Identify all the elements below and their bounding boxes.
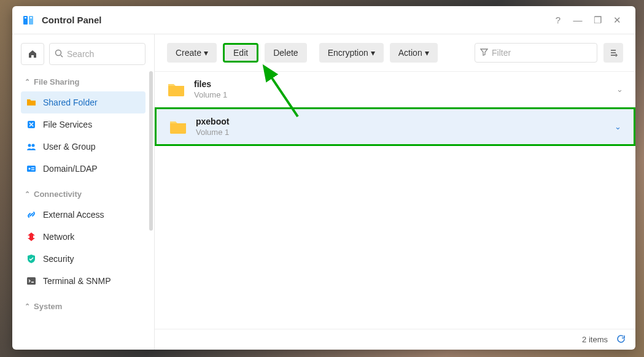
folder-icon	[169, 119, 187, 135]
sidebar-item-shared-folder[interactable]: Shared Folder	[21, 91, 145, 113]
svg-rect-11	[31, 167, 34, 168]
folder-volume: Volume 1	[194, 90, 608, 99]
chevron-down-icon[interactable]: ⌄	[616, 85, 623, 94]
sort-icon	[609, 48, 618, 57]
statusbar: 2 items	[155, 329, 635, 350]
delete-button[interactable]: Delete	[265, 43, 306, 63]
nav-section-header[interactable]: ⌃System	[21, 297, 145, 316]
svg-point-4	[56, 50, 61, 55]
svg-point-8	[32, 144, 35, 147]
sidebar-item-file-services[interactable]: File Services	[21, 113, 145, 136]
svg-point-10	[29, 168, 31, 170]
svg-rect-9	[27, 166, 36, 172]
svg-point-7	[28, 144, 31, 147]
sidebar-item-terminal-snmp[interactable]: Terminal & SNMP	[21, 270, 145, 292]
folder-icon	[26, 97, 37, 108]
sidebar-item-network[interactable]: Network	[21, 226, 145, 248]
folder-volume: Volume 1	[196, 128, 606, 137]
nav-section-label: System	[34, 302, 62, 311]
sidebar-item-label: File Services	[43, 120, 92, 129]
nav-section-header[interactable]: ⌃Connectivity	[21, 185, 145, 204]
toolbar: Create ▾ Edit Delete Encryption ▾ Action…	[155, 34, 635, 71]
sidebar-item-label: External Access	[43, 210, 104, 220]
file-services-icon	[26, 119, 37, 130]
sidebar-item-external-access[interactable]: External Access	[21, 204, 145, 226]
terminal-icon	[26, 275, 37, 286]
control-panel-window: Control Panel ? — ❐ ✕ ⌃File SharingShare…	[12, 6, 635, 350]
titlebar: Control Panel ? — ❐ ✕	[12, 6, 635, 34]
nav-section-label: File Sharing	[34, 77, 79, 86]
sidebar-item-label: Security	[43, 254, 74, 264]
filter-icon	[480, 48, 488, 58]
sidebar-item-label: Network	[43, 232, 74, 242]
help-button[interactable]: ?	[549, 12, 567, 29]
sidebar-item-label: Domain/LDAP	[43, 164, 98, 174]
sidebar-item-domain-ldap[interactable]: Domain/LDAP	[21, 158, 145, 180]
item-count: 2 items	[582, 335, 608, 344]
close-button[interactable]: ✕	[608, 12, 626, 29]
caret-down-icon: ▾	[425, 48, 429, 58]
folder-name: pxeboot	[196, 117, 606, 126]
home-icon	[28, 49, 37, 59]
chevron-up-icon: ⌃	[25, 302, 30, 310]
filter-input[interactable]	[492, 48, 592, 58]
sidebar-item-label: Terminal & SNMP	[43, 276, 111, 286]
home-button[interactable]	[21, 43, 44, 65]
folder-name: files	[194, 79, 608, 89]
shield-icon	[26, 253, 37, 264]
filter-field[interactable]	[475, 43, 597, 63]
create-button[interactable]: Create ▾	[167, 43, 217, 63]
app-icon	[22, 13, 36, 27]
link-icon	[26, 209, 37, 220]
search-icon	[55, 49, 63, 60]
encryption-button[interactable]: Encryption ▾	[319, 43, 384, 63]
folder-row[interactable]: pxeboot Volume 1 ⌄	[155, 107, 635, 146]
folder-row[interactable]: files Volume 1 ⌄	[155, 72, 635, 107]
sidebar: ⌃File SharingShared FolderFile ServicesU…	[12, 34, 155, 350]
svg-rect-13	[27, 277, 36, 285]
svg-rect-3	[30, 17, 32, 18]
caret-down-icon: ▾	[371, 48, 375, 58]
sidebar-search[interactable]	[49, 43, 145, 65]
nav-section-header[interactable]: ⌃File Sharing	[21, 72, 145, 91]
edit-button[interactable]: Edit	[223, 43, 258, 63]
nav-section-label: Connectivity	[34, 190, 82, 199]
sort-button[interactable]	[603, 43, 623, 63]
chevron-down-icon[interactable]: ⌄	[615, 122, 621, 131]
id-card-icon	[26, 163, 37, 174]
refresh-icon	[616, 334, 626, 344]
sidebar-item-security[interactable]: Security	[21, 248, 145, 270]
chevron-up-icon: ⌃	[25, 78, 30, 86]
maximize-button[interactable]: ❐	[589, 12, 606, 29]
action-button[interactable]: Action ▾	[390, 43, 438, 63]
caret-down-icon: ▾	[204, 48, 208, 58]
network-icon	[26, 231, 37, 242]
chevron-up-icon: ⌃	[25, 190, 30, 198]
sidebar-item-label: Shared Folder	[43, 98, 98, 107]
minimize-button[interactable]: —	[569, 12, 586, 29]
folder-icon	[167, 82, 185, 98]
main-panel: Create ▾ Edit Delete Encryption ▾ Action…	[155, 34, 635, 350]
folder-list: files Volume 1 ⌄ pxeboot Volume 1 ⌄	[155, 71, 635, 329]
window-title: Control Panel	[42, 15, 547, 25]
users-icon	[26, 141, 37, 152]
svg-rect-12	[31, 169, 34, 170]
svg-line-5	[61, 55, 63, 57]
sidebar-item-label: User & Group	[43, 142, 96, 152]
svg-rect-2	[25, 17, 26, 18]
refresh-button[interactable]	[616, 334, 626, 345]
search-input[interactable]	[67, 49, 140, 59]
sidebar-item-user-group[interactable]: User & Group	[21, 136, 145, 158]
sidebar-scrollbar[interactable]	[149, 71, 153, 231]
